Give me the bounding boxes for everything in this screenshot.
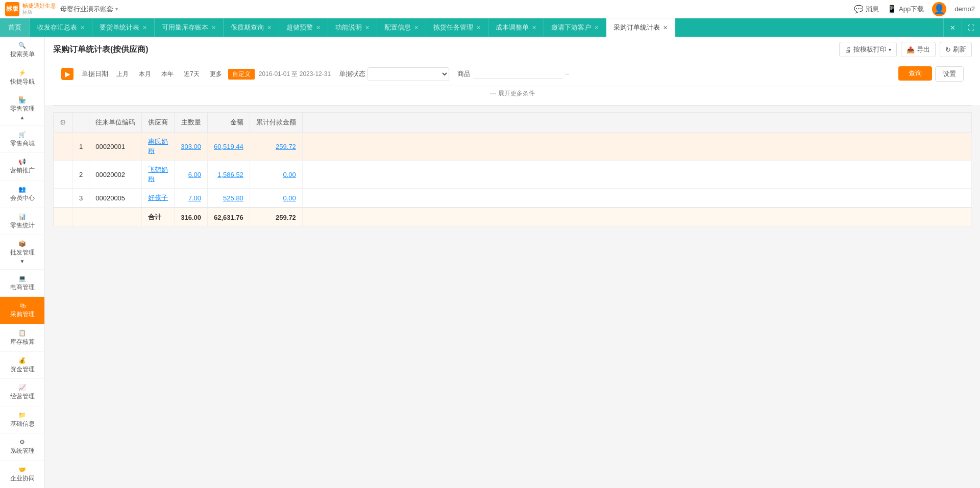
status-filter-group: 单据状态 [339, 67, 449, 81]
close-tab-available-stock[interactable]: ✕ [211, 24, 216, 31]
sidebar-item-retail-stats[interactable]: 📊 零售统计 [0, 208, 44, 236]
amount-link-2[interactable]: 525.80 [223, 194, 243, 202]
close-tab-cost-adjust[interactable]: ✕ [532, 24, 536, 31]
date-filter-label: 单据日期 [82, 69, 108, 79]
this-month-button[interactable]: 本月 [135, 69, 155, 80]
sidebar-item-retail-manage[interactable]: 🏪 零售管理 ▲ [0, 91, 44, 126]
row-seq: 3 [73, 189, 89, 208]
user-avatar[interactable]: 👤 [932, 2, 946, 16]
col-supplier: 供应商 [142, 113, 175, 133]
footer-amount: 62,631.76 [208, 208, 250, 227]
row-paid-amount: 259.72 [250, 133, 302, 161]
tab-config-info[interactable]: 配置信息 ✕ [377, 18, 426, 37]
paid-amount-link-0[interactable]: 259.72 [276, 143, 296, 150]
tab-invite-downstream[interactable]: 邀请下游客户 ✕ [544, 18, 606, 37]
wholesale-arrow-icon: ▼ [20, 259, 25, 264]
commodity-input[interactable] [473, 69, 562, 79]
close-tab-invite-downstream[interactable]: ✕ [594, 24, 599, 31]
user-name[interactable]: demo2 [954, 5, 975, 13]
enterprise-coop-icon: 🤝 [18, 466, 26, 473]
tab-purchase-order-stat[interactable]: 采购订单统计表 ✕ [606, 18, 675, 37]
sidebar-item-business-manage[interactable]: 📈 经营管理 [0, 379, 44, 406]
paid-amount-link-2[interactable]: 0.00 [283, 194, 296, 202]
close-tab-purchase-order-stat[interactable]: ✕ [663, 24, 668, 31]
table-row: 3 00020005 好孩子 7.00 525.80 0.00 [54, 189, 972, 208]
column-settings-icon[interactable]: ⚙ [60, 118, 66, 126]
printer-icon: 🖨 [845, 46, 851, 54]
tab-available-stock[interactable]: 可用量库存账本 ✕ [155, 18, 224, 37]
close-tab-overstock-warning[interactable]: ✕ [316, 24, 321, 31]
supplier-link-2[interactable]: 好孩子 [148, 194, 168, 201]
message-button[interactable]: 💬 消息 [854, 5, 879, 14]
quantity-link-0[interactable]: 303.00 [181, 143, 201, 150]
close-tab-order-summary[interactable]: ✕ [142, 24, 147, 31]
tab-overstock-warning[interactable]: 超储预警 ✕ [279, 18, 328, 37]
tab-receive-summary[interactable]: 收发存汇总表 ✕ [30, 18, 92, 37]
col-unit-code: 往来单位编码 [89, 113, 142, 133]
close-tab-receive-summary[interactable]: ✕ [80, 24, 85, 31]
footer-settings-col [54, 208, 73, 227]
sidebar-item-purchase-manage[interactable]: 🛍 采购管理 [0, 297, 44, 324]
quick-nav-icon: ⚡ [18, 69, 26, 76]
export-button[interactable]: 📤 导出 [901, 42, 936, 57]
tab-cost-adjust[interactable]: 成本调整单 ✕ [488, 18, 544, 37]
finance-icon: 💰 [18, 357, 26, 364]
close-all-tabs-button[interactable]: ✕ [943, 18, 962, 37]
ecommerce-icon: 💻 [18, 275, 26, 282]
filter-toggle-button[interactable]: ▶ [61, 68, 74, 80]
col-paid-amount: 累计付款金额 [250, 113, 302, 133]
sidebar-item-quick-nav[interactable]: ⚡ 快捷导航 [0, 64, 44, 92]
settings-button[interactable]: 设置 [935, 66, 964, 82]
refresh-button[interactable]: ↻ 刷新 [940, 42, 972, 57]
quantity-link-1[interactable]: 6.00 [188, 171, 201, 178]
sidebar-item-system-manage[interactable]: ⚙ 系统管理 [0, 433, 44, 461]
stock-check-icon: 📋 [18, 329, 26, 337]
app-download-button[interactable]: 📱 App下载 [887, 5, 924, 14]
supplier-link-1[interactable]: 飞鹤奶粉 [148, 166, 168, 183]
top-bar-right: 💬 消息 📱 App下载 👤 demo2 [854, 2, 975, 16]
basic-info-icon: 📁 [18, 412, 26, 419]
close-tab-picking-task[interactable]: ✕ [476, 24, 481, 31]
date-quick-buttons: 上月 本月 本年 近7天 更多 自定义 [112, 69, 255, 80]
refresh-icon: ↻ [945, 46, 951, 54]
tab-picking-task[interactable]: 拣货任务管理 ✕ [426, 18, 488, 37]
col-extra [302, 113, 971, 133]
close-tab-config-info[interactable]: ✕ [414, 24, 419, 31]
last-7-days-button[interactable]: 近7天 [180, 69, 204, 80]
search-button[interactable]: 查询 [898, 66, 932, 81]
sidebar-item-member-center[interactable]: 👥 会员中心 [0, 181, 44, 208]
sidebar-item-finance[interactable]: 💰 资金管理 [0, 352, 44, 379]
more-date-button[interactable]: 更多 [206, 69, 226, 80]
close-tab-shelf-life[interactable]: ✕ [267, 24, 272, 31]
amount-link-1[interactable]: 1,586.52 [217, 171, 243, 178]
sidebar-item-enterprise-coop[interactable]: 🤝 企业协同 [0, 461, 44, 488]
sidebar-item-basic-info[interactable]: 📁 基础信息 [0, 406, 44, 434]
tab-function-desc[interactable]: 功能说明 ✕ [328, 18, 377, 37]
paid-amount-link-1[interactable]: 0.00 [283, 171, 296, 178]
commodity-more-button[interactable]: ··· [565, 70, 570, 78]
supplier-link-0[interactable]: 惠氏奶粉 [148, 138, 168, 155]
amount-link-0[interactable]: 60,519.44 [214, 143, 243, 150]
status-select[interactable] [368, 67, 449, 81]
this-year-button[interactable]: 本年 [157, 69, 178, 80]
sidebar-item-ecommerce[interactable]: 💻 电商管理 [0, 270, 44, 297]
quantity-link-2[interactable]: 7.00 [188, 194, 201, 202]
custom-date-badge[interactable]: 自定义 [228, 69, 255, 80]
sidebar-item-stock-check[interactable]: 📋 库存核算 [0, 324, 44, 352]
purchase-manage-icon: 🛍 [19, 302, 26, 309]
logo-text: 畅捷通好生意 标版 [22, 3, 56, 15]
workspace-selector[interactable]: 母婴行业演示账套 ▾ [60, 5, 118, 14]
expand-more-button[interactable]: ⋯ 展开更多条件 [490, 89, 535, 98]
template-print-button[interactable]: 🖨 按模板打印 ▾ [839, 42, 897, 57]
tab-order-summary[interactable]: 要货单统计表 ✕ [92, 18, 155, 37]
tab-home[interactable]: 首页 [0, 18, 30, 37]
sidebar-item-marketing[interactable]: 📢 营销推广 [0, 153, 44, 181]
close-tab-function-desc[interactable]: ✕ [365, 24, 370, 31]
sidebar-item-wholesale-manage[interactable]: 📦 批发管理 ▼ [0, 235, 44, 270]
sidebar-item-retail-shop[interactable]: 🛒 零售商城 [0, 126, 44, 153]
print-chevron-icon: ▾ [889, 47, 891, 53]
tab-shelf-life[interactable]: 保质期查询 ✕ [224, 18, 279, 37]
last-month-button[interactable]: 上月 [112, 69, 133, 80]
maximize-button[interactable]: ⛶ [962, 18, 980, 37]
sidebar-item-search[interactable]: 🔍 搜索英单 [0, 37, 44, 64]
